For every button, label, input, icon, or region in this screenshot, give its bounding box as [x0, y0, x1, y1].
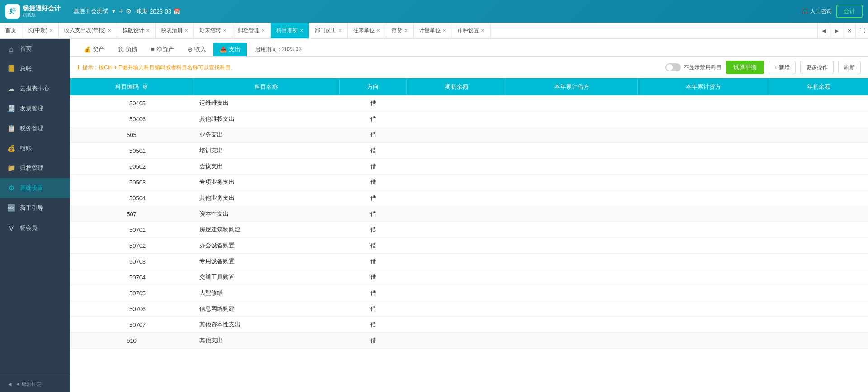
tab-expand-button[interactable]: ⛶ — [855, 23, 868, 39]
cell-code: 50701 — [70, 222, 193, 238]
cell-year-open — [769, 143, 868, 159]
cell-name: 交通工具购置 — [193, 269, 339, 285]
tab-close-icon[interactable]: ✕ — [404, 28, 408, 33]
table-row: 50703 专用设备购置 借 — [70, 254, 868, 269]
settings-icon[interactable]: ⚙ — [126, 8, 132, 15]
toolbar-hint: ℹ 提示：按Ctrl + F键并输入科目编码或者科目名称可以查找科目。 — [77, 64, 236, 71]
tab-tax-list[interactable]: 税表清册 ✕ — [156, 23, 194, 38]
cell-code: 50706 — [70, 301, 193, 317]
sidebar-item-home[interactable]: ⌂ 首页 — [0, 39, 70, 59]
cell-year-open — [769, 222, 868, 238]
sidebar-label-tax: 税务管理 — [20, 124, 43, 132]
tab-close-icon[interactable]: ✕ — [300, 28, 303, 33]
cell-code: 50502 — [70, 159, 193, 175]
consulting-button[interactable]: 🎧 人工咨询 — [802, 8, 832, 15]
tab-dept-staff[interactable]: 部门员工 ✕ — [309, 23, 348, 38]
cell-name: 其他业务支出 — [193, 190, 339, 206]
tab-close-icon[interactable]: ✕ — [261, 28, 265, 33]
tab-subject-init[interactable]: 科目期初 ✕ — [271, 23, 309, 38]
headset-icon: 🎧 — [802, 8, 808, 14]
col-settings-icon[interactable]: ⚙ — [142, 83, 148, 90]
cell-name: 业务支出 — [193, 127, 339, 143]
tab-close-icon[interactable]: ✕ — [108, 28, 111, 33]
sidebar-item-settings[interactable]: ⚙ 基础设置 — [0, 178, 70, 198]
table-row: 50707 其他资本性支出 借 — [70, 317, 868, 333]
settle-icon: 💰 — [7, 144, 15, 152]
cell-ytd-credit — [638, 317, 769, 333]
cell-ytd-debit — [506, 190, 638, 206]
tab-close-icon[interactable]: ✕ — [184, 28, 188, 33]
cell-name: 专项业务支出 — [193, 175, 339, 190]
member-icon: V — [7, 224, 15, 232]
sidebar-item-tax[interactable]: 📋 税务管理 — [0, 118, 70, 138]
add-button[interactable]: + 新增 — [769, 61, 796, 74]
add-icon[interactable]: + — [119, 7, 123, 15]
account-button[interactable]: 会计 — [836, 5, 863, 18]
tab-prev-button[interactable]: ◀ — [817, 23, 830, 39]
more-button[interactable]: 更多操作 — [800, 61, 834, 74]
tab-inventory[interactable]: 存货 ✕ — [386, 23, 414, 38]
tab-income-annual[interactable]: 收入支出表(年报) ✕ — [59, 23, 117, 38]
asset-icon: 💰 — [84, 46, 91, 53]
cell-opening — [407, 111, 506, 127]
tab-close-icon[interactable]: ✕ — [146, 28, 150, 33]
tab-period-end[interactable]: 期末结转 ✕ — [194, 23, 232, 38]
subtab-income[interactable]: ⊕ 收入 — [181, 43, 212, 56]
tab-currency[interactable]: 币种设置 ✕ — [452, 23, 491, 38]
cell-code: 510 — [70, 333, 193, 349]
cell-ytd-debit — [506, 127, 638, 143]
sidebar-item-archive[interactable]: 📁 归档管理 — [0, 158, 70, 178]
cell-ytd-debit — [506, 95, 638, 111]
subject-table: 科目编码 ⚙ 科目名称 方向 期初余额 本年累计借方 本年累计贷方 年初余额 5… — [70, 78, 868, 349]
subtab-equity[interactable]: ≡ 净资产 — [145, 43, 180, 56]
tab-close-icon[interactable]: ✕ — [223, 28, 226, 33]
col-year-open: 年初余额 — [769, 78, 868, 95]
toggle-control[interactable] — [665, 63, 681, 71]
sidebar-item-ledger[interactable]: 📒 总账 — [0, 59, 70, 79]
calendar-icon[interactable]: 📅 — [173, 8, 180, 15]
dropdown-icon[interactable]: ▼ — [111, 9, 116, 14]
subtab-expense[interactable]: 📤 支出 — [213, 43, 247, 56]
tab-close-icon[interactable]: ✕ — [338, 28, 342, 33]
company-area[interactable]: 基层工会测试 ▼ + ⚙ — [73, 7, 132, 15]
tab-unit[interactable]: 计量单位 ✕ — [414, 23, 452, 38]
sidebar-collapse-button[interactable]: ◄ ◄ 取消固定 — [0, 376, 70, 392]
cell-code: 50406 — [70, 111, 193, 127]
subtab-asset[interactable]: 💰 资产 — [77, 43, 111, 56]
sidebar-item-settle[interactable]: 💰 结账 — [0, 138, 70, 158]
cell-ytd-credit — [638, 127, 769, 143]
sidebar-item-guide[interactable]: 🆕 新手引导 — [0, 198, 70, 218]
period-value: 2023-03 — [150, 8, 171, 15]
cell-code: 505 — [70, 127, 193, 143]
tab-partners[interactable]: 往来单位 ✕ — [348, 23, 386, 38]
cell-opening — [407, 254, 506, 269]
sidebar-item-member[interactable]: V 畅会员 — [0, 218, 70, 238]
cell-opening — [407, 143, 506, 159]
period-label: 账期 — [136, 7, 148, 15]
tab-mid-period[interactable]: 长(中期) ✕ — [22, 23, 59, 38]
toggle-disabled-switch[interactable]: 不显示禁用科目 — [665, 63, 722, 71]
cell-opening — [407, 333, 506, 349]
cell-year-open — [769, 254, 868, 269]
tab-archive[interactable]: 归档管理 ✕ — [232, 23, 271, 38]
sidebar-item-invoice[interactable]: 🧾 发票管理 — [0, 99, 70, 118]
cell-name: 其他资本性支出 — [193, 317, 339, 333]
sidebar-label-guide: 新手引导 — [20, 204, 43, 212]
table-row: 505 业务支出 借 — [70, 127, 868, 143]
balance-button[interactable]: 试算平衡 — [726, 61, 764, 74]
tab-template[interactable]: 模版设计 ✕ — [117, 23, 156, 38]
sidebar-item-reports[interactable]: ☁ 云报表中心 — [0, 79, 70, 99]
tab-close-icon[interactable]: ✕ — [49, 28, 53, 33]
cell-ytd-credit — [638, 333, 769, 349]
cell-ytd-credit — [638, 301, 769, 317]
tab-home[interactable]: 首页 — [0, 23, 22, 38]
refresh-button[interactable]: 刷新 — [838, 61, 861, 74]
tab-close-all-button[interactable]: ✕ — [843, 23, 855, 39]
subtab-liability[interactable]: 负 负债 — [112, 43, 144, 56]
cell-code: 50504 — [70, 190, 193, 206]
tab-next-button[interactable]: ▶ — [830, 23, 843, 39]
tax-icon: 📋 — [7, 124, 15, 132]
tab-close-icon[interactable]: ✕ — [377, 28, 380, 33]
tab-close-icon[interactable]: ✕ — [481, 28, 485, 33]
tab-close-icon[interactable]: ✕ — [443, 28, 446, 33]
